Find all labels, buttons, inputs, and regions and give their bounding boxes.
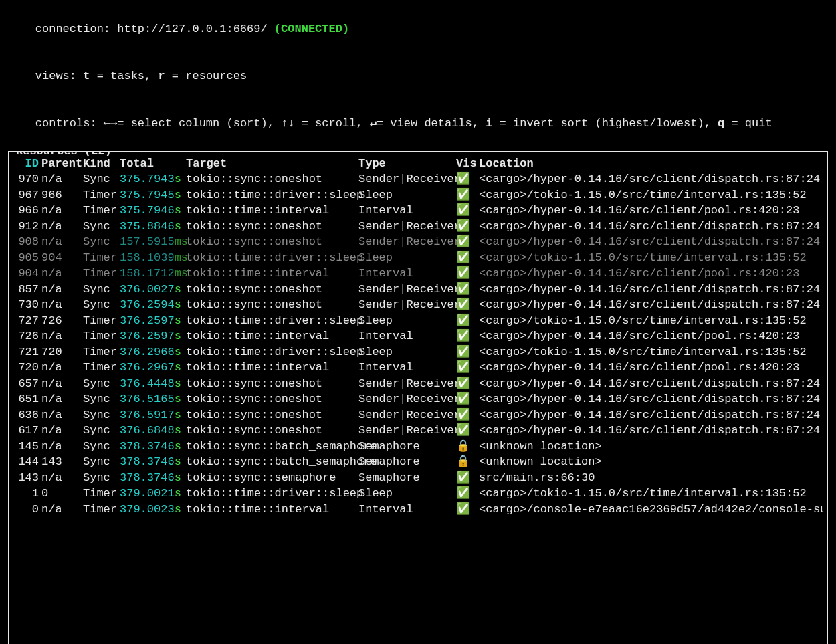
cell-location: <unknown location> <box>479 439 824 455</box>
col-header-total[interactable]: Total <box>120 156 186 172</box>
cell-type: Sender|Receiver <box>358 234 456 250</box>
cell-total-num: 376.2967 <box>120 360 175 376</box>
cell-target: tokio::time::driver::sleep <box>186 250 358 266</box>
cell-id: 720 <box>12 360 41 376</box>
key-i[interactable]: i <box>486 117 492 130</box>
cell-location: <cargo>/hyper-0.14.16/src/client/pool.rs… <box>479 265 824 282</box>
cell-kind: Sync <box>83 423 120 439</box>
table-row[interactable]: 912n/aSync375.8846stokio::sync::oneshotS… <box>12 219 824 235</box>
cell-total-num: 158.1712 <box>120 265 175 282</box>
col-header-location[interactable]: Location <box>479 156 824 172</box>
cell-kind: Sync <box>83 439 120 455</box>
cell-target: tokio::time::interval <box>186 328 358 344</box>
table-row[interactable]: 651n/aSync376.5165stokio::sync::oneshotS… <box>12 391 824 407</box>
key-leftright[interactable]: ←→ <box>104 117 117 130</box>
cell-location: <cargo>/hyper-0.14.16/src/client/dispatc… <box>479 391 824 407</box>
key-enter[interactable]: ↵ <box>370 117 377 130</box>
cell-total: 376.5917s <box>120 407 186 423</box>
table-row[interactable]: 144143Sync378.3746stokio::sync::batch_se… <box>12 454 824 470</box>
cell-target: tokio::sync::batch_semaphore <box>186 439 358 455</box>
table-row[interactable]: 657n/aSync376.4448stokio::sync::oneshotS… <box>12 376 824 392</box>
table-row[interactable]: 966n/aTimer375.7946stokio::time::interva… <box>12 203 824 219</box>
cell-id: 727 <box>12 313 41 329</box>
table-row[interactable]: 857n/aSync376.0027stokio::sync::oneshotS… <box>12 282 824 298</box>
table-row[interactable]: 145n/aSync378.3746stokio::sync::batch_se… <box>12 439 824 455</box>
table-row[interactable]: 636n/aSync376.5917stokio::sync::oneshotS… <box>12 407 824 423</box>
key-q[interactable]: q <box>718 117 724 130</box>
table-row[interactable]: 720n/aTimer376.2967stokio::time::interva… <box>12 360 824 376</box>
table-row[interactable]: 905904Timer158.1039mstokio::time::driver… <box>12 250 824 266</box>
cell-total: 379.0021s <box>120 486 186 502</box>
check-icon: ✅ <box>456 486 479 502</box>
controls-invert-label: = invert sort (highest/lowest), <box>492 117 718 130</box>
table-row[interactable]: 730n/aSync376.2594stokio::sync::oneshotS… <box>12 297 824 313</box>
cell-parent: n/a <box>41 470 83 486</box>
cell-total-num: 378.3746 <box>120 439 175 455</box>
cell-id: 145 <box>12 439 41 455</box>
cell-id: 657 <box>12 376 41 392</box>
table-row[interactable]: 727726Timer376.2597stokio::time::driver:… <box>12 313 824 329</box>
check-icon: ✅ <box>456 376 479 392</box>
cell-parent: n/a <box>41 407 83 423</box>
table-row[interactable]: 0n/aTimer379.0023stokio::time::intervalI… <box>12 502 824 518</box>
cell-type: Sender|Receiver <box>358 407 456 423</box>
resources-panel: Resources (22) ID Parent Kind Total Targ… <box>8 151 828 645</box>
key-r[interactable]: r <box>158 70 165 82</box>
check-icon: ✅ <box>456 250 479 266</box>
table-row[interactable]: 10Timer379.0021stokio::time::driver::sle… <box>12 486 824 502</box>
cell-parent: 966 <box>41 187 83 203</box>
cell-id: 908 <box>12 234 41 250</box>
controls-select-label: = select column (sort), <box>117 117 281 130</box>
key-t[interactable]: t <box>83 70 90 82</box>
table-row[interactable]: 967966Timer375.7945stokio::time::driver:… <box>12 187 824 203</box>
table-row[interactable]: 721720Timer376.2966stokio::time::driver:… <box>12 344 824 360</box>
cell-kind: Timer <box>83 250 120 266</box>
cell-total-num: 375.7946 <box>120 203 175 219</box>
cell-id: 726 <box>12 328 41 344</box>
cell-parent: n/a <box>41 282 83 298</box>
cell-kind: Timer <box>83 265 120 282</box>
views-label: views: <box>35 70 83 82</box>
table-row[interactable]: 970n/aSync375.7943stokio::sync::oneshotS… <box>12 171 824 187</box>
terminal-app: connection: http://127.0.0.1:6669/ (CONN… <box>0 0 836 644</box>
cell-location: <cargo>/hyper-0.14.16/src/client/dispatc… <box>479 407 824 423</box>
cell-total: 157.5915ms <box>120 234 186 250</box>
cell-id: 966 <box>12 203 41 219</box>
cell-type: Sender|Receiver <box>358 423 456 439</box>
col-header-target[interactable]: Target <box>186 156 358 172</box>
lock-icon: 🔒 <box>456 439 479 455</box>
check-icon: ✅ <box>456 344 479 360</box>
cell-total: 158.1712ms <box>120 265 186 282</box>
cell-kind: Timer <box>83 187 120 203</box>
cell-kind: Sync <box>83 376 120 392</box>
cell-type: Sleep <box>358 486 456 502</box>
cell-parent: n/a <box>41 439 83 455</box>
check-icon: ✅ <box>456 502 479 518</box>
table-row[interactable]: 908n/aSync157.5915mstokio::sync::oneshot… <box>12 234 824 250</box>
cell-total: 375.8846s <box>120 219 186 235</box>
cell-location: <cargo>/hyper-0.14.16/src/client/pool.rs… <box>479 360 824 376</box>
cell-id: 143 <box>12 470 41 486</box>
cell-id: 721 <box>12 344 41 360</box>
cell-kind: Timer <box>83 502 120 518</box>
cell-target: tokio::time::interval <box>186 360 358 376</box>
cell-id: 912 <box>12 219 41 235</box>
col-header-type[interactable]: Type <box>358 156 456 172</box>
cell-id: 144 <box>12 454 41 470</box>
key-updown[interactable]: ↑↓ <box>281 117 294 130</box>
cell-parent: n/a <box>41 203 83 219</box>
cell-location: <cargo>/hyper-0.14.16/src/client/pool.rs… <box>479 203 824 219</box>
cell-location: <cargo>/hyper-0.14.16/src/client/dispatc… <box>479 219 824 235</box>
table-row[interactable]: 143n/aSync378.3746stokio::sync::semaphor… <box>12 470 824 486</box>
cell-kind: Sync <box>83 219 120 235</box>
col-header-vis[interactable]: Vis <box>456 156 479 172</box>
cell-location: <cargo>/hyper-0.14.16/src/client/dispatc… <box>479 234 824 250</box>
cell-total: 376.2594s <box>120 297 186 313</box>
cell-id: 651 <box>12 391 41 407</box>
table-row[interactable]: 904n/aTimer158.1712mstokio::time::interv… <box>12 265 824 282</box>
cell-kind: Timer <box>83 344 120 360</box>
cell-total-num: 158.1039 <box>120 250 175 266</box>
cell-target: tokio::sync::oneshot <box>186 171 358 187</box>
table-row[interactable]: 726n/aTimer376.2597stokio::time::interva… <box>12 328 824 344</box>
table-row[interactable]: 617n/aSync376.6848stokio::sync::oneshotS… <box>12 423 824 439</box>
